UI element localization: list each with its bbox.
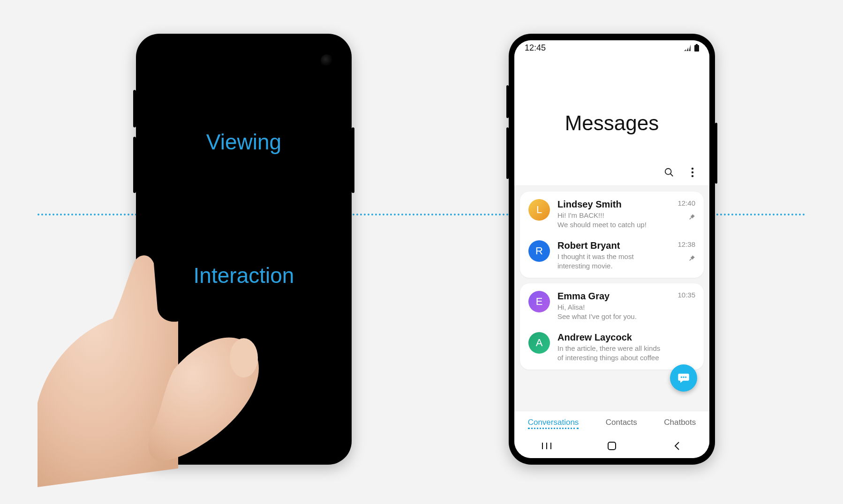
search-icon[interactable] — [663, 167, 675, 178]
svg-line-4 — [670, 174, 673, 177]
svg-rect-2 — [694, 45, 699, 52]
conversation-name: Emma Gray — [557, 291, 667, 302]
battery-icon — [694, 44, 699, 52]
avatar: L — [528, 199, 550, 221]
volume-up-button — [133, 90, 136, 127]
conversation-row[interactable]: E Emma Gray Hi, Alisa!See what I've got … — [520, 285, 704, 326]
status-bar: 12:45 — [514, 40, 709, 55]
power-button — [352, 127, 354, 193]
bottom-tabs: Conversations Contacts Chatbots — [514, 411, 709, 434]
phone-right-frame: 12:45 Messages L Lindse — [509, 34, 715, 465]
volume-down-button — [133, 137, 136, 193]
conversation-name: Andrew Laycock — [557, 332, 667, 343]
camera-hole-icon — [321, 54, 333, 67]
conversation-name: Lindsey Smith — [557, 199, 667, 210]
viewing-zone-label: Viewing — [141, 129, 347, 155]
svg-point-8 — [681, 377, 682, 378]
phone-left-frame: Viewing Interaction — [136, 34, 352, 465]
back-button[interactable] — [663, 441, 691, 451]
tab-chatbots[interactable]: Chatbots — [664, 418, 696, 427]
toolbar — [514, 163, 709, 186]
conversation-preview: In the article, there were all kinds of … — [557, 344, 667, 362]
volume-up-button — [506, 85, 509, 118]
tab-conversations[interactable]: Conversations — [528, 418, 579, 427]
android-navbar — [514, 434, 709, 458]
conversations-card: E Emma Gray Hi, Alisa!See what I've got … — [520, 283, 704, 370]
pinned-conversations-card: L Lindsey Smith Hi! I'm BACK!!!We should… — [520, 192, 704, 278]
avatar: A — [528, 332, 550, 354]
conversation-preview: Hi! I'm BACK!!!We should meet to catch u… — [557, 211, 667, 229]
status-time: 12:45 — [525, 43, 546, 53]
chat-icon — [677, 371, 690, 385]
svg-point-9 — [683, 377, 684, 378]
conversation-row[interactable]: R Robert Bryant I thought it was the mos… — [520, 235, 704, 276]
svg-rect-14 — [608, 442, 616, 450]
conversation-preview: Hi, Alisa!See what I've got for you. — [557, 303, 667, 321]
svg-point-10 — [685, 377, 686, 378]
svg-point-7 — [692, 175, 694, 178]
pin-icon — [689, 255, 695, 263]
status-icons — [684, 44, 699, 52]
conversation-time: 12:38 — [677, 240, 695, 248]
svg-point-6 — [692, 171, 694, 174]
avatar: R — [528, 240, 550, 262]
conversation-time: 12:40 — [677, 199, 695, 207]
app-title: Messages — [514, 55, 709, 163]
power-button — [715, 123, 717, 184]
conversation-row[interactable]: L Lindsey Smith Hi! I'm BACK!!!We should… — [520, 193, 704, 235]
recents-button[interactable] — [533, 442, 561, 450]
phone-left-screen: Viewing Interaction — [141, 40, 347, 458]
avatar: E — [528, 291, 550, 312]
conversation-preview: I thought it was the most interesting mo… — [557, 252, 667, 270]
interaction-zone-label: Interaction — [141, 263, 347, 288]
more-icon[interactable] — [687, 167, 698, 178]
home-button[interactable] — [598, 441, 626, 451]
compose-fab[interactable] — [670, 364, 697, 392]
svg-rect-1 — [696, 44, 698, 45]
conversation-time: 10:35 — [677, 291, 695, 299]
pin-icon — [689, 214, 695, 222]
signal-icon — [684, 44, 692, 51]
svg-point-3 — [665, 169, 671, 175]
tab-contacts[interactable]: Contacts — [606, 418, 637, 427]
volume-down-button — [506, 127, 509, 179]
conversation-name: Robert Bryant — [557, 240, 667, 251]
svg-point-5 — [692, 168, 694, 170]
phone-right-screen: 12:45 Messages L Lindse — [514, 40, 709, 458]
conversation-row[interactable]: A Andrew Laycock In the article, there w… — [520, 326, 704, 368]
